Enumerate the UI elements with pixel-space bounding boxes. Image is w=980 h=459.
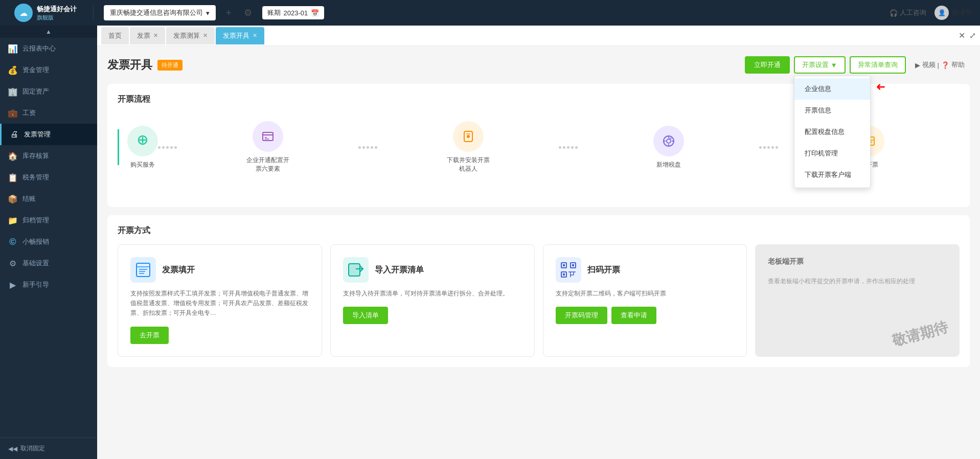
header-actions: 立即开通 开票设置 ▼ ➜ 企业信息: [745, 56, 970, 74]
sidebar-item-label: 小畅报销: [22, 237, 49, 246]
svg-rect-29: [563, 273, 565, 276]
sidebar-item-invoice[interactable]: 🖨 发票管理: [0, 124, 97, 145]
dropdown-item-company-info[interactable]: 企业信息: [794, 78, 870, 100]
status-badge: 待开通: [157, 60, 183, 71]
cancel-fixed-icon: ◀◀: [8, 445, 17, 452]
taxdisk-icon: 税: [653, 126, 684, 156]
xiaochang-icon: ©: [8, 237, 17, 246]
sidebar-item-settle[interactable]: 📦 结账: [0, 188, 97, 210]
tab-label: 首页: [108, 31, 122, 40]
logo-icon: ☁: [14, 4, 33, 22]
sidebar-item-label: 基础设置: [22, 259, 49, 268]
tab-label: 发票: [137, 31, 150, 40]
invoice-icon: 🖨: [10, 130, 19, 139]
step-divider: [118, 129, 119, 165]
fund-icon: 💰: [8, 65, 17, 75]
sidebar-item-inventory[interactable]: 🏠 库存核算: [0, 145, 97, 167]
cancel-fixed-label: 取消固定: [20, 444, 45, 453]
cancel-fixed-button[interactable]: ◀◀ 取消固定: [0, 438, 97, 459]
sidebar-item-label: 工资: [22, 108, 36, 118]
setting-button-label: 开票设置: [802, 60, 829, 70]
method-title: 导入开票清单: [375, 265, 424, 276]
method-header: 导入开票清单: [343, 257, 522, 283]
sidebar-item-label: 资金管理: [22, 65, 49, 75]
inventory-icon: 🏠: [8, 151, 17, 160]
method-title: 扫码开票: [587, 265, 620, 276]
sidebar-item-archive[interactable]: 📁 归档管理: [0, 210, 97, 231]
maximize-button[interactable]: ⤢: [969, 31, 976, 40]
tab-close-icon[interactable]: ✕: [203, 32, 208, 39]
sidebar-item-cloud-report[interactable]: 📊 云报表中心: [0, 38, 97, 59]
sidebar-item-settings[interactable]: ⚙ 基础设置: [0, 253, 97, 274]
tab-close-icon[interactable]: ✕: [153, 32, 158, 39]
tab-actions: ✕ ⤢: [959, 31, 976, 40]
config-icon: [253, 121, 283, 152]
archive-icon: 📁: [8, 216, 17, 225]
sidebar-item-fixed-assets[interactable]: 🏢 固定资产: [0, 81, 97, 102]
sidebar: ▲ 📊 云报表中心 💰 资金管理 🏢 固定资产 💼 工资 🖨 发票管理: [0, 26, 97, 459]
svg-rect-27: [563, 264, 565, 266]
tab-invoice-test[interactable]: 发票测算 ✕: [166, 27, 215, 44]
support-button[interactable]: 🎧 人工咨询: [890, 8, 926, 17]
settings-icon[interactable]: ⚙: [242, 5, 254, 20]
sidebar-item-fund[interactable]: 💰 资金管理: [0, 59, 97, 81]
top-bar: ☁ 畅捷通好会计 旗舰版 重庆畅捷交通信息咨询有限公司 ▾ + ⚙ 账期 202…: [0, 0, 980, 26]
help-label[interactable]: 帮助: [951, 60, 965, 70]
sidebar-scroll-up[interactable]: ▲: [0, 26, 97, 38]
user-avatar: 👤: [935, 6, 949, 20]
company-name: 重庆畅捷交通信息咨询有限公司: [110, 8, 203, 17]
manual-fill-go-button[interactable]: 去开票: [130, 327, 169, 344]
import-list-icon: [343, 257, 369, 283]
app-subtitle: 旗舰版: [37, 14, 77, 21]
add-button[interactable]: +: [224, 6, 234, 20]
flow-step-config: 企业开通配置开票六要素: [177, 121, 358, 173]
method-section-title: 开票方式: [118, 225, 960, 236]
step-label: 企业开通配置开票六要素: [245, 156, 291, 173]
step-connector-4: [759, 146, 778, 149]
support-label: 人工咨询: [900, 8, 926, 17]
tab-invoice-issue[interactable]: 发票开具 ✕: [216, 27, 264, 44]
abnormal-list-button[interactable]: 异常清单查询: [850, 56, 906, 74]
method-card-import-list: 导入开票清单 支持导入待开票清单，可对待开票清单进行拆分、合并处理。 导入清单: [330, 244, 535, 357]
dropdown-item-download-client[interactable]: 下载开票客户端: [794, 164, 870, 186]
dropdown-item-printer[interactable]: 打印机管理: [794, 143, 870, 164]
dropdown-item-invoice-info[interactable]: 开票信息: [794, 100, 870, 121]
svg-rect-28: [572, 264, 574, 266]
page-title-area: 发票开具 待开通: [107, 57, 183, 73]
view-application-button[interactable]: 查看申请: [611, 307, 656, 324]
step-connector-1: [158, 146, 177, 149]
logo-text: 畅捷通好会计 旗舰版: [37, 5, 77, 21]
close-all-tabs-button[interactable]: ✕: [959, 31, 965, 40]
company-selector[interactable]: 重庆畅捷交通信息咨询有限公司 ▾: [104, 5, 216, 20]
activate-button[interactable]: 立即开通: [745, 56, 790, 74]
flow-step-taxdisk: 税 新增税盘: [578, 126, 759, 169]
setting-button[interactable]: 开票设置 ▼: [794, 56, 846, 74]
video-label[interactable]: 视频: [922, 60, 936, 70]
sidebar-item-guide[interactable]: ▶ 新手引导: [0, 274, 97, 295]
question-icon: ❓: [941, 61, 949, 69]
red-arrow-indicator: ➜: [876, 80, 885, 94]
calendar-icon[interactable]: 📅: [311, 9, 319, 17]
period-label: 账期: [267, 8, 281, 17]
settings-icon: ⚙: [8, 259, 17, 268]
page-header: 发票开具 待开通 立即开通 开票设置 ▼: [107, 56, 970, 74]
main-area: ▲ 📊 云报表中心 💰 资金管理 🏢 固定资产 💼 工资 🖨 发票管理: [0, 26, 980, 459]
method-card-boss: 老板端开票 查看老板端小程序提交的开票申请，并作出相应的处理 敬请期待: [755, 244, 960, 357]
user-button[interactable]: 👤 徐泽华: [935, 6, 972, 20]
tab-bar: 首页 发票 ✕ 发票测算 ✕ 发票开具 ✕ ✕ ⤢: [97, 26, 980, 46]
sidebar-item-xiaochang[interactable]: © 小畅报销: [0, 231, 97, 253]
tab-close-icon[interactable]: ✕: [253, 32, 257, 39]
import-list-button[interactable]: 导入清单: [343, 307, 388, 324]
method-card-manual-fill: 发票填开 支持按照发票样式手工填开发票；可开具增值税电子普通发票、增值税普通发票…: [118, 244, 322, 357]
invoice-code-manage-button[interactable]: 开票码管理: [556, 307, 607, 324]
sidebar-item-salary[interactable]: 💼 工资: [0, 102, 97, 124]
step-label: 新增税盘: [656, 160, 681, 169]
tab-home[interactable]: 首页: [101, 27, 129, 44]
headset-icon: 🎧: [890, 9, 898, 17]
sidebar-item-label: 新手引导: [22, 280, 49, 289]
method-header: 老板端开票: [768, 257, 947, 270]
tab-invoice[interactable]: 发票 ✕: [130, 27, 165, 44]
dropdown-item-tax-config[interactable]: 配置税盘信息: [794, 121, 870, 143]
sidebar-item-tax[interactable]: 📋 税务管理: [0, 167, 97, 188]
tab-label: 发票开具: [223, 31, 249, 40]
